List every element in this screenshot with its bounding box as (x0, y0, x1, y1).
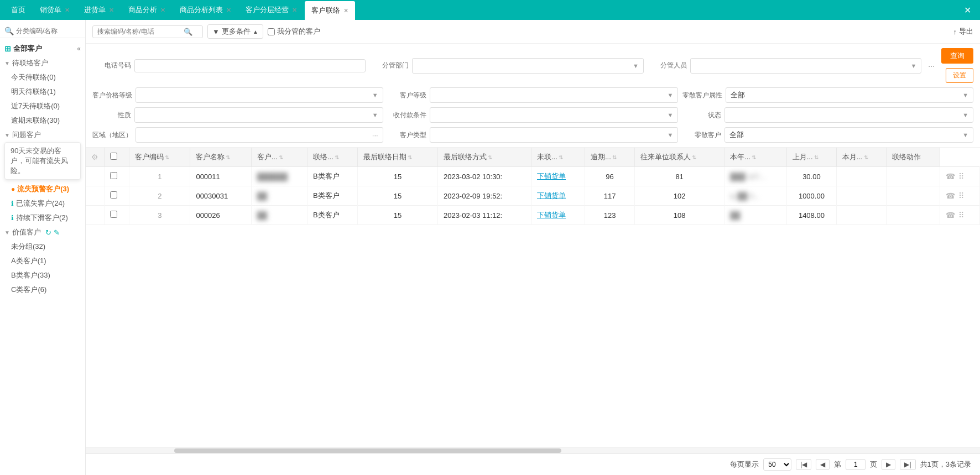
row-last-contact-method[interactable]: 下销货单 (531, 206, 585, 225)
search-button[interactable]: 🔍 (184, 28, 192, 36)
close-purchase-icon[interactable]: ✕ (109, 7, 114, 14)
row-action-contact-icon[interactable]: ☎ (946, 211, 955, 220)
status-select[interactable]: ▼ (724, 107, 973, 123)
actions-column-header: 联络动作 (887, 148, 940, 167)
select-all-checkbox[interactable] (110, 153, 117, 160)
code-column-header[interactable]: 客户编码⇅ (129, 148, 190, 167)
tab-purchase-order[interactable]: 进货单 ✕ (77, 0, 121, 20)
level-column-header[interactable]: 客户...⇅ (251, 148, 307, 167)
sidebar-item-7days-pending[interactable]: 近7天待联络(0) (0, 99, 85, 113)
tab-customer-tiering[interactable]: 客户分层经营 ✕ (239, 0, 304, 20)
prev-page-button[interactable]: ◀ (816, 459, 830, 470)
row-action-more-icon[interactable]: ⠿ (958, 211, 964, 220)
row-checkbox[interactable] (110, 191, 117, 199)
my-customers-checkbox-label[interactable]: 我分管的客户 (268, 27, 320, 36)
sidebar: 🔍 ⊞ 全部客户 « ▼ 待联络客户 今天待联络(0) 明天待联络(1) 近7天… (0, 20, 86, 475)
horizontal-scrollbar[interactable] (86, 447, 980, 453)
close-product-analysis-icon[interactable]: ✕ (160, 7, 165, 14)
this-year-column-header[interactable]: 本年...⇅ (724, 148, 787, 167)
row-checkbox-cell[interactable] (105, 167, 129, 186)
payment-label: 收付款条件 (388, 111, 426, 120)
gear-column-header[interactable]: ⚙ (86, 148, 105, 167)
region-more-icon[interactable]: ··· (372, 131, 378, 139)
row-action-contact-icon[interactable]: ☎ (946, 172, 955, 181)
row-code: 000026 (190, 206, 251, 225)
tab-product-analysis[interactable]: 商品分析 ✕ (122, 0, 172, 20)
search-input[interactable] (97, 28, 180, 35)
name-column-header[interactable]: 客户名称⇅ (190, 148, 251, 167)
tab-home[interactable]: 首页 (4, 0, 32, 20)
first-page-button[interactable]: |◀ (796, 459, 811, 470)
tab-sales-order[interactable]: 销货单 ✕ (33, 0, 76, 20)
export-button[interactable]: ↑ 导出 (953, 27, 974, 36)
sidebar-item-ungrouped[interactable]: 未分组(32) (0, 239, 85, 254)
row-action-more-icon[interactable]: ⠿ (958, 191, 964, 200)
payment-select[interactable]: ▼ (430, 107, 679, 123)
close-product-list-icon[interactable]: ✕ (226, 7, 231, 14)
close-tiering-icon[interactable]: ✕ (292, 7, 297, 14)
sidebar-collapse-icon[interactable]: « (77, 45, 81, 53)
phone-input[interactable] (134, 59, 366, 72)
zero-attr-select[interactable]: 全部 ▼ (726, 87, 973, 103)
gear-header-icon[interactable]: ⚙ (91, 153, 98, 161)
sidebar-group-value-header[interactable]: ▼ 价值客户 ↻ ✎ (0, 225, 85, 239)
sidebar-all-customers[interactable]: ⊞ 全部客户 « (0, 41, 85, 56)
sidebar-item-churned[interactable]: ℹ 已流失客户(24) (0, 196, 85, 211)
row-action-contact-icon[interactable]: ☎ (946, 191, 955, 200)
page-label: 第 (834, 460, 841, 469)
page-size-select[interactable]: 50 100 200 (763, 458, 791, 471)
row-checkbox[interactable] (110, 211, 117, 218)
row-checkbox-cell[interactable] (105, 186, 129, 206)
last-contact-date-column-header[interactable]: 最后联络日期⇅ (358, 148, 438, 167)
nature-select[interactable]: ▼ (134, 107, 383, 123)
scrollbar-thumb[interactable] (174, 448, 561, 453)
close-contact-icon[interactable]: ✕ (343, 7, 348, 14)
tab-customer-contact[interactable]: 客户联络 ✕ (305, 1, 355, 20)
contact-person-column-header[interactable]: 往来单位联系人⇅ (635, 148, 724, 167)
sidebar-item-churn-warning[interactable]: ● 流失预警客户(3) (0, 182, 85, 196)
sidebar-item-class-a[interactable]: A类客户(1) (0, 254, 85, 268)
edit-icon[interactable]: ✎ (54, 228, 60, 237)
dept-select[interactable]: ▼ (412, 58, 643, 74)
person-select[interactable]: ▼ (690, 58, 921, 74)
settings-button[interactable]: 设置 (946, 68, 973, 83)
sidebar-item-class-c[interactable]: C类客户(6) (0, 283, 85, 297)
row-this-month (887, 206, 940, 225)
region-select[interactable]: ··· (135, 127, 383, 143)
sidebar-item-today-pending[interactable]: 今天待联络(0) (0, 70, 85, 85)
sidebar-item-overdue-contact[interactable]: 逾期未联络(30) (0, 113, 85, 128)
this-month-column-header[interactable]: 本月...⇅ (837, 148, 887, 167)
sidebar-item-tomorrow-pending[interactable]: 明天待联络(1) (0, 85, 85, 99)
contact-count-column-header[interactable]: 联络...⇅ (307, 148, 357, 167)
checkbox-column-header[interactable] (105, 148, 129, 167)
overdue-column-header[interactable]: 逾期...⇅ (585, 148, 634, 167)
my-customers-checkbox[interactable] (268, 28, 275, 35)
unlisted-column-header[interactable]: 未联...⇅ (531, 148, 585, 167)
close-all-button[interactable]: ✕ (960, 5, 976, 15)
row-last-contact-method[interactable]: 下销货单 (531, 167, 585, 186)
more-options-button[interactable]: ··· (926, 61, 937, 70)
row-checkbox[interactable] (110, 172, 117, 179)
last-page-button[interactable]: ▶| (900, 459, 915, 470)
more-filter-button[interactable]: ▼ 更多条件 ▲ (207, 24, 263, 39)
last-month-column-header[interactable]: 上月...⇅ (786, 148, 836, 167)
sidebar-item-class-b[interactable]: B类客户(33) (0, 268, 85, 283)
query-button[interactable]: 查询 (941, 48, 973, 64)
sidebar-search-input[interactable] (16, 27, 86, 35)
sidebar-item-declining[interactable]: ℹ 持续下滑客户(2) (0, 211, 85, 225)
row-last-contact-method[interactable]: 下销货单 (531, 186, 585, 206)
row-checkbox-cell[interactable] (105, 206, 129, 225)
price-level-select[interactable]: ▼ (135, 87, 383, 103)
customer-type-select[interactable]: ▼ (430, 127, 679, 143)
page-number-input[interactable] (846, 459, 866, 470)
sidebar-group-pending-header[interactable]: ▼ 待联络客户 (0, 56, 85, 70)
last-contact-method-column-header[interactable]: 最后联络方式⇅ (437, 148, 531, 167)
retail-select[interactable]: 全部 ▼ (724, 127, 973, 143)
sidebar-group-problem-header[interactable]: ▼ 问题客户 (0, 128, 85, 142)
tab-product-analysis-list[interactable]: 商品分析列表 ✕ (173, 0, 238, 20)
next-page-button[interactable]: ▶ (882, 459, 895, 470)
row-action-more-icon[interactable]: ⠿ (958, 172, 964, 181)
customer-level-select[interactable]: ▼ (430, 87, 679, 103)
close-sales-order-icon[interactable]: ✕ (65, 7, 70, 14)
refresh-icon[interactable]: ↻ (45, 228, 51, 237)
